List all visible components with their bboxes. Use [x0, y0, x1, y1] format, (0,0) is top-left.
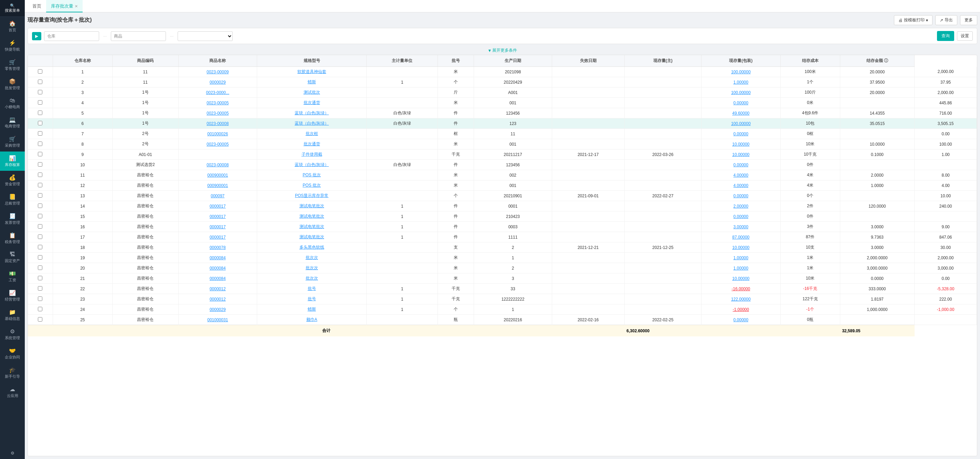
table-cell[interactable]	[28, 98, 52, 108]
cell-link[interactable]: 批次通货	[304, 100, 320, 105]
cell-link[interactable]: 多头黑色软线	[299, 245, 324, 250]
cell-link[interactable]: 批次次	[305, 255, 318, 260]
cell-link[interactable]: 0000017	[210, 214, 226, 219]
sidebar-item-首页[interactable]: 🏠首页	[0, 17, 25, 36]
table-cell[interactable]	[28, 67, 52, 77]
cell-link[interactable]: 10.00000	[732, 245, 749, 250]
cell-link[interactable]: 0000017	[210, 225, 226, 230]
cell-link[interactable]: 批次框	[305, 131, 318, 136]
table-cell[interactable]	[28, 160, 52, 170]
cell-link[interactable]: 0000084	[210, 255, 226, 260]
table-cell[interactable]	[28, 273, 52, 284]
row-checkbox[interactable]	[38, 90, 42, 94]
filter-toggle-button[interactable]: ▶	[32, 32, 41, 40]
table-cell[interactable]	[28, 88, 52, 98]
cell-link[interactable]: 3.00000	[733, 225, 748, 230]
cell-link[interactable]: 0000078	[210, 245, 226, 250]
sidebar-item-总账管理[interactable]: 📒总账管理	[0, 190, 25, 209]
row-checkbox[interactable]	[38, 214, 42, 218]
cell-link[interactable]: 100.00000	[731, 70, 751, 74]
table-cell[interactable]	[28, 170, 52, 180]
cell-link[interactable]: 0023-00008	[207, 163, 229, 167]
cell-link[interactable]: 2.00000	[733, 204, 748, 209]
cell-link[interactable]: 测试电笔批次	[299, 204, 324, 208]
sidebar-item-固定资产[interactable]: 🏗固定资产	[0, 248, 25, 267]
cell-link[interactable]: 0.00000	[733, 317, 748, 322]
sidebar-item-电商管理[interactable]: 💻电商管理	[0, 113, 25, 132]
cell-link[interactable]: 1.00000	[733, 80, 748, 85]
cell-link[interactable]: 批次次	[305, 276, 318, 280]
cell-link[interactable]: 4.00000	[733, 173, 748, 178]
table-cell[interactable]	[28, 139, 52, 150]
print-button[interactable]: 🖨 按模板打印 ▾	[894, 15, 932, 25]
table-cell[interactable]	[28, 253, 52, 263]
cell-link[interactable]: 子件使用截	[302, 152, 322, 157]
sidebar-item-发票管理[interactable]: 🧾发票管理	[0, 209, 25, 229]
row-checkbox[interactable]	[38, 224, 42, 229]
cell-link[interactable]: 蜡斯	[308, 307, 316, 312]
sidebar-item-资金管理[interactable]: 💰资金管理	[0, 171, 25, 190]
tab-close-icon[interactable]: ✕	[75, 4, 78, 8]
search-button[interactable]: 查询	[937, 31, 954, 41]
row-checkbox[interactable]	[38, 255, 42, 260]
cell-link[interactable]: -16.00000	[732, 287, 750, 291]
sidebar-item-采购管理[interactable]: 🛒采购管理	[0, 132, 25, 151]
cell-link[interactable]: 000900001	[207, 173, 228, 178]
table-cell[interactable]	[28, 304, 52, 315]
sidebar-item-快捷导航[interactable]: ⚡快捷导航	[0, 36, 25, 56]
settings-button[interactable]: 设置	[957, 31, 973, 41]
cell-link[interactable]: 0023-00009	[207, 70, 229, 74]
cell-link[interactable]: 0023-0000...	[206, 90, 229, 95]
sidebar-item-工资[interactable]: 💵工资	[0, 267, 25, 286]
cell-link[interactable]: POS显示库存异常	[295, 193, 328, 198]
cell-link[interactable]: 0.00000	[733, 163, 748, 167]
table-cell[interactable]	[28, 242, 52, 253]
row-checkbox[interactable]	[38, 162, 42, 167]
cell-link[interactable]: 蜡斯	[308, 80, 316, 84]
table-cell[interactable]	[28, 150, 52, 160]
cell-link[interactable]: 10.00000	[732, 152, 749, 157]
row-checkbox[interactable]	[38, 245, 42, 249]
table-cell[interactable]	[28, 222, 52, 232]
cell-link[interactable]: 10.00000	[732, 276, 749, 281]
cell-link[interactable]: 0023-00005	[207, 142, 229, 147]
cell-link[interactable]: 49.60000	[732, 111, 749, 116]
row-checkbox[interactable]	[38, 193, 42, 198]
cell-link[interactable]: 0023-00005	[207, 111, 229, 116]
table-cell[interactable]	[28, 212, 52, 222]
cell-link[interactable]: 1.00000	[733, 255, 748, 260]
table-cell[interactable]	[28, 315, 52, 325]
cell-link[interactable]: 额巾A	[306, 317, 317, 322]
cell-link[interactable]: 100.00000	[731, 90, 751, 95]
cell-link[interactable]: 测试电笔批次	[299, 234, 324, 239]
cell-link[interactable]: POS 批次	[302, 172, 321, 177]
cell-link[interactable]: 测试电笔批次	[299, 224, 324, 229]
cell-link[interactable]: -1.00000	[733, 307, 749, 312]
sidebar-item-系统管理[interactable]: ⚙系统管理	[0, 325, 25, 344]
cell-link[interactable]: 4.00000	[733, 183, 748, 188]
row-checkbox[interactable]	[38, 266, 42, 270]
table-cell[interactable]	[28, 129, 52, 139]
sidebar-search[interactable]: 🔍 搜索菜单	[0, 0, 25, 17]
table-cell[interactable]	[28, 180, 52, 191]
cell-link[interactable]: 0.00000	[733, 100, 748, 105]
row-checkbox[interactable]	[38, 317, 42, 322]
cell-link[interactable]: 蓝琰（白色/灰绿）	[295, 110, 329, 115]
row-checkbox[interactable]	[38, 100, 42, 105]
cell-link[interactable]: 0000012	[210, 297, 226, 302]
cell-link[interactable]: 0000017	[210, 204, 226, 209]
table-cell[interactable]	[28, 201, 52, 212]
cell-link[interactable]: 87.00000	[732, 235, 749, 240]
tab-库存批次量[interactable]: 库存批次量✕	[46, 0, 83, 13]
more-button[interactable]: 更多	[960, 15, 977, 25]
cell-link[interactable]: 0000084	[210, 266, 226, 271]
row-checkbox[interactable]	[38, 204, 42, 208]
sidebar-item-库存核算[interactable]: 📊库存核算	[0, 151, 25, 171]
cell-link[interactable]: 0.00000	[733, 132, 748, 136]
cell-link[interactable]: 0023-00008	[207, 121, 229, 126]
row-checkbox[interactable]	[38, 276, 42, 280]
sidebar-item-企业协同[interactable]: 🤝企业协同	[0, 344, 25, 363]
cell-link[interactable]: 测试批次	[304, 90, 320, 95]
row-checkbox[interactable]	[38, 286, 42, 291]
sidebar-settings-icon[interactable]: ⚙	[0, 447, 25, 459]
